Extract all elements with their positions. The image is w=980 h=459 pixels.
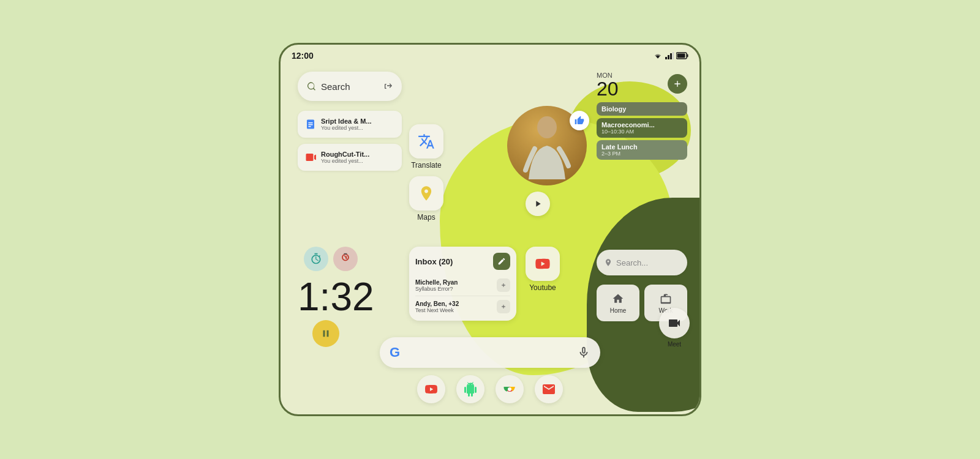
dock-chrome-icon <box>502 382 517 397</box>
cal-event-macro[interactable]: Macroeconomi... 10–10:30 AM <box>597 118 687 138</box>
home-shortcut[interactable]: Home <box>597 285 639 321</box>
stopwatch-icon <box>339 253 352 265</box>
svg-rect-11 <box>308 126 311 127</box>
email1-sender: Michelle, Ryan <box>415 279 458 286</box>
email-item-2[interactable]: Andy, Ben, +32 Test Next Week <box>415 296 510 317</box>
play-button[interactable] <box>526 192 550 216</box>
gmail-inbox-label: Inbox (20) <box>415 257 453 266</box>
svg-rect-10 <box>308 124 313 125</box>
svg-rect-12 <box>306 154 314 161</box>
like-badge <box>570 111 589 130</box>
search-widget[interactable]: Search <box>298 72 402 101</box>
gmail-widget: Inbox (20) Michelle, Ryan Syllabus Error… <box>409 247 516 321</box>
doc1-subtitle: You edited yest... <box>321 125 372 131</box>
svg-rect-1 <box>665 57 667 59</box>
cal-event-lunch-time: 2–3 PM <box>601 151 682 157</box>
doc2-title: RoughCut-Tit... <box>321 151 369 158</box>
youtube-icon <box>534 255 551 272</box>
meet-icon-bg <box>659 308 690 338</box>
maps-widget[interactable]: Maps <box>409 176 443 222</box>
svg-point-14 <box>537 116 557 138</box>
email2-add[interactable] <box>497 300 510 313</box>
svg-point-16 <box>508 387 511 391</box>
share-icon <box>383 81 393 91</box>
svg-rect-6 <box>687 54 688 58</box>
dock <box>417 375 563 403</box>
video-icon <box>305 152 316 163</box>
search-bar-right[interactable]: Search... <box>597 250 687 275</box>
dock-android[interactable] <box>456 375 484 403</box>
doc-item-2[interactable]: RoughCut-Tit... You edited yest... <box>298 144 402 171</box>
maps-icon-circle <box>409 176 443 211</box>
pause-icon <box>320 328 331 339</box>
svg-rect-3 <box>670 53 672 59</box>
cal-date: 20 <box>597 79 619 99</box>
person-image <box>516 112 578 179</box>
svg-marker-13 <box>314 155 316 160</box>
docs-icon <box>305 119 316 130</box>
briefcase-icon <box>660 293 672 305</box>
doc-item-1[interactable]: Sript Idea & M... You edited yest... <box>298 111 402 138</box>
dock-android-icon <box>463 382 478 397</box>
mic-icon[interactable] <box>577 346 590 359</box>
google-search-bar[interactable]: G <box>380 337 600 368</box>
add-icon-2 <box>500 304 507 310</box>
plus-icon <box>673 79 682 89</box>
thumbs-up-icon <box>575 116 584 125</box>
translate-label: Translate <box>411 161 442 170</box>
gmail-edit-button[interactable] <box>493 253 510 270</box>
email2-sender: Andy, Ben, +32 <box>415 300 459 307</box>
wifi-icon <box>653 52 663 59</box>
clock-widget: 1:32 <box>298 277 374 316</box>
device-frame: 12:00 <box>279 43 701 416</box>
search-widget-icon <box>306 81 316 91</box>
dock-gmail[interactable] <box>535 375 563 403</box>
google-g-logo: G <box>390 345 400 360</box>
cal-event-macro-title: Macroeconomi... <box>601 121 682 129</box>
edit-icon <box>497 257 506 266</box>
stopwatch-button[interactable] <box>333 247 358 271</box>
youtube-widget[interactable]: Youtube <box>526 247 560 292</box>
meet-widget[interactable]: Meet <box>659 308 690 348</box>
svg-rect-2 <box>668 55 669 59</box>
clock-time: 1:32 <box>298 277 374 316</box>
cal-add-button[interactable] <box>668 74 687 94</box>
cal-event-biology[interactable]: Biology <box>597 102 687 116</box>
email1-add[interactable] <box>497 278 510 292</box>
play-icon <box>533 199 543 209</box>
home-label: Home <box>610 307 627 314</box>
search-widget-text: Search <box>321 81 379 92</box>
battery-icon <box>676 52 688 59</box>
email2-subject: Test Next Week <box>415 307 459 313</box>
email1-subject: Syllabus Error? <box>415 286 458 292</box>
dock-gmail-icon <box>541 382 556 397</box>
svg-rect-7 <box>677 54 685 58</box>
cal-event-macro-time: 10–10:30 AM <box>601 129 682 135</box>
signal-icon <box>665 52 674 59</box>
email-item-1[interactable]: Michelle, Ryan Syllabus Error? <box>415 275 510 296</box>
meet-icon <box>667 316 682 330</box>
doc1-title: Sript Idea & M... <box>321 118 372 125</box>
maps-icon <box>418 185 435 202</box>
status-icons <box>653 52 688 59</box>
svg-rect-4 <box>673 52 674 59</box>
dock-youtube[interactable] <box>417 375 445 403</box>
timer-button[interactable] <box>304 247 328 271</box>
timer-row <box>304 247 358 271</box>
cal-event-lunch[interactable]: Late Lunch 2–3 PM <box>597 140 687 160</box>
translate-icon-circle <box>409 124 443 159</box>
translate-icon <box>418 133 435 150</box>
doc2-subtitle: You edited yest... <box>321 158 369 164</box>
search-placeholder-right: Search... <box>616 258 648 267</box>
location-pin-icon <box>604 258 612 267</box>
youtube-label: Youtube <box>529 283 556 292</box>
translate-widget[interactable]: Translate <box>409 124 443 170</box>
meet-label: Meet <box>668 341 681 348</box>
status-bar: 12:00 <box>281 45 699 67</box>
dock-chrome[interactable] <box>496 375 524 403</box>
cal-event-lunch-title: Late Lunch <box>601 143 682 151</box>
dock-youtube-icon <box>424 382 439 397</box>
svg-rect-9 <box>308 122 313 124</box>
home-icon <box>612 293 624 305</box>
pause-button[interactable] <box>312 320 339 347</box>
